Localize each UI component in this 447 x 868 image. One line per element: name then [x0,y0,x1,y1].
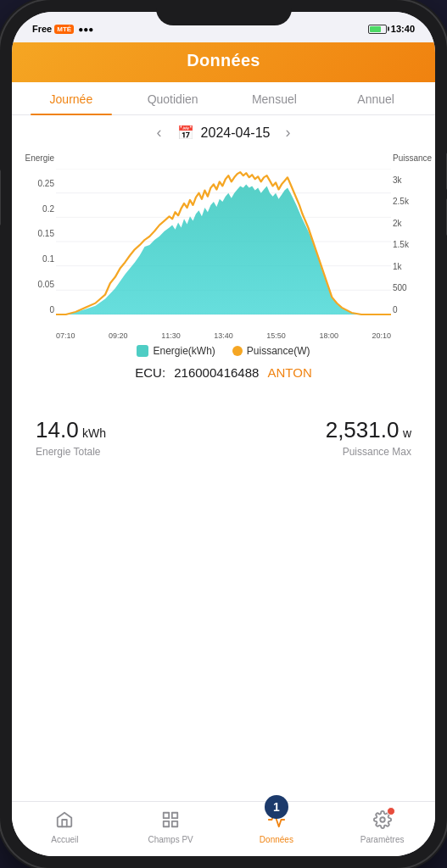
stat-power-label: Puissance Max [326,446,411,458]
carrier-name: Free [32,24,52,34]
legend-label-energy: Energie(kWh) [153,345,215,357]
svg-rect-7 [164,813,169,818]
chart-svg [56,169,391,316]
svg-point-11 [380,817,385,822]
stat-power: 2,531.0 w Puissance Max [326,417,411,458]
ecu-info: ECU: 216000416488 ANTON [24,360,423,388]
carrier-info: Free MTÉ ●●● [32,24,93,34]
svg-rect-10 [172,821,177,826]
nav-champs-label: Champs PV [148,835,193,844]
status-right: 13:40 [368,24,415,34]
chart-container: Energie 0.25 0.2 0.15 0.1 0.05 0 Puissan… [24,153,423,340]
stat-power-value-container: 2,531.0 w [326,417,411,443]
stat-energy-value: 14.0 [36,417,79,442]
power-button[interactable] [0,170,1,225]
legend-color-power [232,346,243,356]
y-left-0: 0 [49,305,54,314]
y-left-01: 0.1 [42,254,54,264]
tab-mensuel[interactable]: Mensuel [224,82,326,114]
y-right-2k: 2k [393,219,402,228]
y-right-500: 500 [393,283,407,292]
x-label-5: 18:00 [319,331,338,340]
notification-badge: 1 [265,795,288,819]
stat-energy-unit: kWh [82,426,106,440]
stats-section: 14.0 kWh Energie Totale 2,531.0 w Puissa… [12,403,435,471]
x-label-4: 15:50 [266,331,286,340]
calendar-icon: 📅 [177,125,194,141]
x-label-1: 09:20 [109,331,128,340]
prev-date-button[interactable]: ‹ [150,124,169,142]
nav-parametres[interactable]: Paramètres [329,807,435,848]
network-badge: MTÉ [54,25,74,34]
nav-parametres-label: Paramètres [360,835,405,844]
y-right-0: 0 [393,305,398,314]
y-left-005: 0.05 [38,280,54,289]
status-bar: Free MTÉ ●●● 13:40 [12,12,435,42]
grid-icon [161,810,180,832]
page-header: Données [12,42,435,82]
chart-legend: Energie(kWh) Puissance(W) [24,340,423,360]
svg-rect-9 [164,821,169,826]
nav-champs[interactable]: Champs PV [118,807,224,848]
tab-bar: Journée Quotidien Mensuel Annuel [12,82,435,115]
ecu-id: 216000416488 [174,365,259,380]
date-display: 📅 2024-04-15 [177,125,271,141]
stat-power-unit: w [403,426,411,440]
battery-icon [368,25,387,34]
svg-rect-8 [172,813,177,818]
chart-section: Energie 0.25 0.2 0.15 0.1 0.05 0 Puissan… [12,150,435,397]
chart-drawing-area [56,169,391,316]
nav-accueil[interactable]: Accueil [12,807,118,848]
y-right-3k: 3k [393,175,402,185]
y-left-025: 0.25 [38,179,54,188]
x-label-0: 07:10 [56,331,75,340]
x-axis-labels: 07:10 09:20 11:30 13:40 15:50 18:00 20:1… [56,331,391,340]
next-date-button[interactable]: › [278,124,297,142]
ecu-label: ECU: [135,365,165,380]
y-right-header: Puissance [393,153,432,163]
time-display: 13:40 [391,24,415,34]
battery-fill [370,26,382,32]
x-label-2: 11:30 [161,331,181,340]
nav-accueil-label: Accueil [51,835,78,844]
stat-energy: 14.0 kWh Energie Totale [36,417,106,458]
date-navigation: ‹ 📅 2024-04-15 › [12,115,435,150]
ecu-name: ANTON [268,365,312,380]
home-icon [55,810,74,832]
x-label-6: 20:10 [372,331,391,340]
y-right-25k: 2.5k [393,197,409,206]
stat-power-value: 2,531.0 [326,417,400,442]
y-axis-left: Energie 0.25 0.2 0.15 0.1 0.05 0 [24,153,54,314]
tab-journee[interactable]: Journée [20,82,122,114]
stat-energy-label: Energie Totale [36,446,106,458]
y-left-015: 0.15 [38,229,54,238]
y-right-1k: 1k [393,262,402,271]
main-content: Journée Quotidien Mensuel Annuel ‹ 📅 202… [12,82,435,801]
screen: Free MTÉ ●●● 13:40 Données Journée Quoti… [12,12,435,856]
settings-icon [373,810,392,832]
legend-color-energy [137,345,148,357]
legend-power: Puissance(W) [232,345,310,357]
nav-donnees-label: Données [260,835,293,844]
tab-quotidien[interactable]: Quotidien [122,82,224,114]
y-axis-right: Puissance 3k 2.5k 2k 1.5k 1k 500 0 [393,153,423,314]
legend-label-power: Puissance(W) [247,345,310,357]
current-date: 2024-04-15 [201,125,271,141]
page-title: Données [187,51,260,70]
y-left-02: 0.2 [42,204,54,214]
x-label-3: 13:40 [214,331,233,340]
nav-donnees[interactable]: 1 Données [224,807,330,848]
bottom-nav: Accueil Champs PV 1 [12,801,435,856]
y-left-header: Energie [25,153,54,163]
y-right-15k: 1.5k [393,240,409,249]
tab-annuel[interactable]: Annuel [325,82,427,114]
signal-bars: ●●● [78,25,93,34]
phone-frame: Free MTÉ ●●● 13:40 Données Journée Quoti… [0,0,447,868]
legend-energy: Energie(kWh) [137,345,215,357]
stat-energy-value-container: 14.0 kWh [36,417,106,443]
